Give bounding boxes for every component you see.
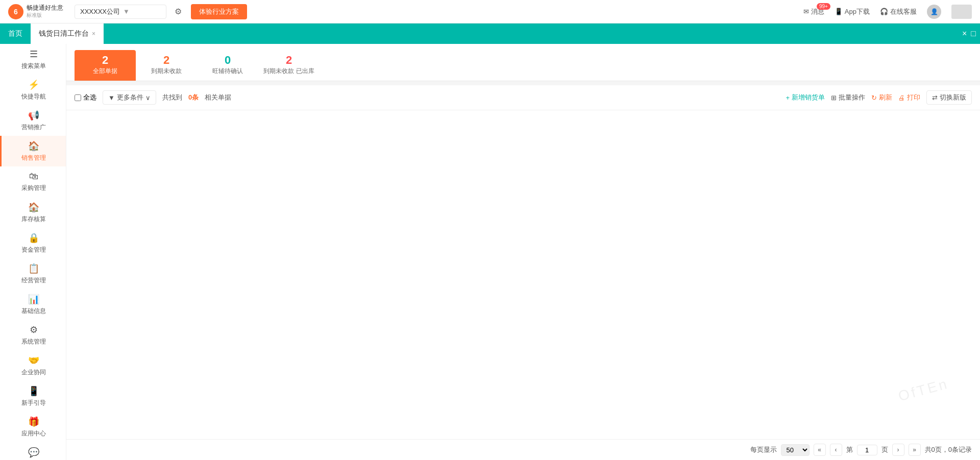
wechat-icon: 💬 [28,447,39,458]
app-center-icon: 🎁 [28,416,39,427]
new-sale-label: 新增销货单 [792,93,825,102]
sidebar-label-guide: 新手引导 [21,399,46,407]
quick-nav-icon: ⚡ [28,79,39,90]
maximize-icon[interactable]: □ [971,29,976,38]
sidebar-item-wechat[interactable]: 💬 企业微信 [0,442,66,460]
sidebar-label-sales: 销售管理 [21,154,46,162]
stat-tab-pending[interactable]: 0 旺辅待确认 [197,50,258,81]
sidebar-label-app-center: 应用中心 [21,429,46,438]
print-button[interactable]: 🖨 打印 [898,93,920,102]
select-all-input[interactable] [75,94,81,101]
logo-sub: 标准版 [27,12,63,19]
sidebar-item-quick-nav[interactable]: ⚡ 快捷导航 [0,75,66,105]
company-name: XXXXXX公司 [80,7,120,16]
sidebar-item-operations[interactable]: 📋 经营管理 [0,258,66,289]
sales-icon: 🏠 [28,140,39,152]
sidebar-item-marketing[interactable]: 📢 营销推广 [0,105,66,136]
select-all-checkbox[interactable]: 全选 [75,93,96,102]
first-page-button[interactable]: « [814,444,826,456]
found-suffix: 相关单据 [205,93,231,102]
batch-label: 批量操作 [839,93,865,102]
sidebar-label-inventory: 库存核算 [21,215,46,224]
page-input[interactable] [857,445,877,455]
filter-arrow-icon: ∨ [145,94,151,102]
search-menu-icon: ☰ [30,49,38,60]
marketing-icon: 📢 [28,110,39,121]
company-selector[interactable]: XXXXXX公司 ▼ [75,5,166,19]
top-right-area: ✉ 消息 99+ 📱 App下载 🎧 在线客服 👤 [803,5,972,19]
messages-button[interactable]: ✉ 消息 99+ [803,7,824,16]
sidebar-item-app-center[interactable]: 🎁 应用中心 [0,411,66,442]
close-tab-icon[interactable]: × [92,30,95,37]
filter-button[interactable]: ▼ 更多条件 ∨ [103,90,156,105]
print-icon: 🖨 [898,94,905,102]
tab-label: 钱货日清工作台 [39,29,89,38]
top-bar: 6 畅捷通好生意 标准版 XXXXXX公司 ▼ ⚙ 体验行业方案 ✉ 消息 99… [0,0,980,23]
app-download-button[interactable]: 📱 App下载 [835,7,870,16]
stat-number-pending: 0 [225,54,231,67]
prev-page-button[interactable]: ‹ [830,444,842,456]
found-count: 0条 [188,93,199,102]
download-icon: 📱 [835,8,843,15]
first-page-icon: « [818,446,821,453]
tab-home[interactable]: 首页 [0,23,31,44]
switch-version-button[interactable]: ⇄ 切换新版 [926,90,972,105]
online-service-label: 在线客服 [890,7,917,16]
experience-button[interactable]: 体验行业方案 [191,4,247,19]
stat-tab-overdue[interactable]: 2 到期未收款 [136,50,197,81]
total-text: 共0页，0条记录 [925,445,972,454]
system-icon: ⚙ [30,324,38,335]
sidebar-item-purchase[interactable]: 🛍 采购管理 [0,166,66,197]
last-page-button[interactable]: » [909,444,921,456]
headset-icon: 🎧 [880,8,888,15]
sidebar-label-finance: 资金管理 [21,246,46,254]
page-suffix: 页 [881,445,888,454]
tab-work-bench[interactable]: 钱货日清工作台 × [31,23,104,44]
refresh-button[interactable]: ↻ 刷新 [871,93,892,102]
stat-label-overdue-shipped: 到期未收款 已出库 [263,67,314,76]
sidebar-item-search-menu[interactable]: ☰ 搜索菜单 [0,44,66,75]
prev-page-icon: ‹ [835,446,837,453]
avatar[interactable]: 👤 [927,5,941,19]
filter-label: 更多条件 [117,93,143,102]
toolbar-right: + 新增销货单 ⊞ 批量操作 ↻ 刷新 🖨 打印 ⇄ 切换新版 [786,90,972,105]
new-sale-button[interactable]: + 新增销货单 [786,93,825,102]
sidebar-label-quick-nav: 快捷导航 [21,92,46,101]
sidebar-label-purchase: 采购管理 [21,184,46,192]
per-page-label: 每页显示 [750,445,777,454]
next-page-icon: › [897,446,899,453]
sidebar-item-system[interactable]: ⚙ 系统管理 [0,320,66,350]
logo-icon: 6 [8,4,23,19]
switch-label: 切换新版 [940,93,966,102]
dropdown-arrow-icon: ▼ [123,8,130,15]
sidebar-item-basic-info[interactable]: 📊 基础信息 [0,289,66,320]
switch-icon: ⇄ [932,94,938,102]
per-page-select[interactable]: 50 100 200 [781,444,810,456]
page-label: 第 [846,445,853,454]
sidebar-item-finance[interactable]: 🔒 资金管理 [0,228,66,258]
minimize-icon[interactable]: × [962,29,967,38]
settings-button[interactable]: ⚙ [170,4,186,19]
stat-tab-all[interactable]: 2 全部单据 [75,50,136,81]
avatar-icon: 👤 [930,8,938,15]
next-page-button[interactable]: › [892,444,904,456]
sidebar-item-cooperation[interactable]: 🤝 企业协同 [0,350,66,381]
basic-info-icon: 📊 [28,294,39,305]
sidebar: ☰ 搜索菜单 ⚡ 快捷导航 📢 营销推广 🏠 销售管理 🛍 采购管理 🏠 库存核… [0,44,66,460]
main-layout: ☰ 搜索菜单 ⚡ 快捷导航 📢 营销推广 🏠 销售管理 🛍 采购管理 🏠 库存核… [0,44,980,460]
gear-icon: ⚙ [175,7,182,16]
user-menu[interactable] [951,5,972,19]
stat-number-all: 2 [102,54,108,67]
stats-tabs: 2 全部单据 2 到期未收款 0 旺辅待确认 2 到期未收款 已出库 [66,44,980,81]
operations-icon: 📋 [28,263,39,274]
batch-button[interactable]: ⊞ 批量操作 [831,93,865,102]
stat-tab-overdue-shipped[interactable]: 2 到期未收款 已出库 [258,50,320,81]
content-area: 2 全部单据 2 到期未收款 0 旺辅待确认 2 到期未收款 已出库 全选 [66,44,980,460]
sidebar-label-basic-info: 基础信息 [21,307,46,316]
online-service-button[interactable]: 🎧 在线客服 [880,7,917,16]
stat-label-pending: 旺辅待确认 [212,67,243,76]
sidebar-item-inventory[interactable]: 🏠 库存核算 [0,197,66,228]
sidebar-item-sales[interactable]: 🏠 销售管理 [0,136,66,166]
finance-icon: 🔒 [28,232,39,244]
sidebar-item-guide[interactable]: 📱 新手引导 [0,381,66,411]
